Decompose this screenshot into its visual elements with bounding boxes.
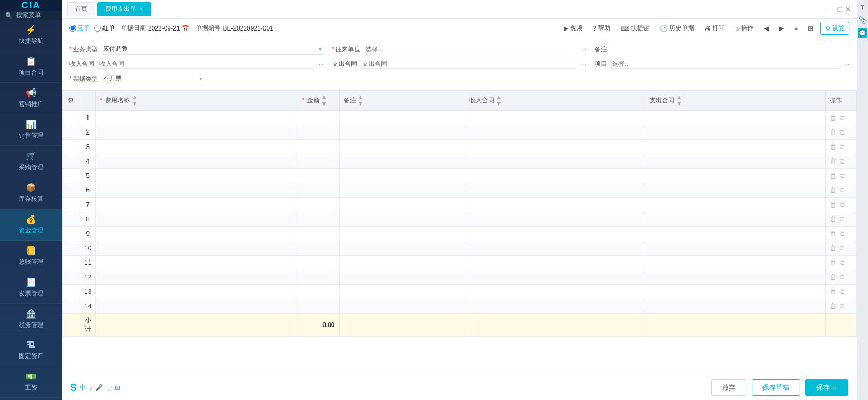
expense-contract-cell[interactable] xyxy=(645,169,825,183)
sidebar-item-capital-mgmt[interactable]: 💰资金管理 xyxy=(0,209,62,241)
settings-button[interactable]: ⚙ 设置 xyxy=(820,22,849,35)
expense-contract-cell[interactable] xyxy=(645,227,825,241)
copy-row-button[interactable]: ⧉ xyxy=(840,302,844,310)
list-view-button[interactable]: ≡ xyxy=(791,24,801,33)
search-menu[interactable]: 🔍 搜索菜单 xyxy=(0,11,62,20)
expense-name-cell[interactable] xyxy=(96,198,298,212)
expense-name-cell[interactable] xyxy=(96,169,298,183)
partner-more-icon[interactable]: ··· xyxy=(581,46,586,53)
copy-row-button[interactable]: ⧉ xyxy=(840,143,844,151)
expense-name-cell[interactable] xyxy=(96,125,298,140)
income-contract-cell[interactable] xyxy=(465,270,645,285)
video-button[interactable]: ▶ 视频 xyxy=(561,23,585,34)
amount-cell[interactable] xyxy=(298,227,339,241)
help-button[interactable]: ? 帮助 xyxy=(590,23,613,34)
expense-contract-cell[interactable] xyxy=(645,270,825,285)
ops-button[interactable]: ▷ 操作 xyxy=(732,23,757,34)
amount-cell[interactable] xyxy=(298,241,339,256)
calendar-icon[interactable]: 📅 xyxy=(182,25,189,32)
amount-cell[interactable] xyxy=(298,299,339,314)
sidebar-item-marketing[interactable]: 📢营销推广 xyxy=(0,83,62,114)
expense-name-cell[interactable] xyxy=(96,285,298,299)
expense-contract-input[interactable] xyxy=(360,59,577,69)
delete-row-button[interactable]: 🗑 xyxy=(830,244,836,252)
delete-row-button[interactable]: 🗑 xyxy=(830,143,836,151)
minimize-button[interactable]: — xyxy=(828,5,835,13)
amount-cell[interactable] xyxy=(298,125,339,140)
expense-contract-cell[interactable] xyxy=(645,154,825,169)
amount-cell[interactable] xyxy=(298,212,339,227)
copy-row-button[interactable]: ⧉ xyxy=(840,128,844,137)
shortcut-button[interactable]: ⌨ 快捷键 xyxy=(617,23,653,34)
sidebar-item-fixed-assets[interactable]: 🏗固定资产 xyxy=(0,335,62,366)
remark-cell[interactable] xyxy=(339,183,465,198)
sidebar-item-invoice-mgmt[interactable]: 🧾发票管理 xyxy=(0,272,62,304)
income-contract-cell[interactable] xyxy=(465,198,645,212)
delete-row-button[interactable]: 🗑 xyxy=(830,201,836,209)
sidebar-item-payroll[interactable]: 💵工资 xyxy=(0,366,62,398)
expense-contract-cell[interactable] xyxy=(645,241,825,256)
sidebar-item-tax-mgmt[interactable]: 🏦税务管理 xyxy=(0,304,62,335)
remark-cell[interactable] xyxy=(339,212,465,227)
expense-name-cell[interactable] xyxy=(96,183,298,198)
sidebar-item-project-contract[interactable]: 📋项目合同 xyxy=(0,51,62,83)
income-contract-cell[interactable] xyxy=(465,169,645,183)
delete-row-button[interactable]: 🗑 xyxy=(830,114,836,122)
copy-row-button[interactable]: ⧉ xyxy=(840,157,844,166)
income-contract-cell[interactable] xyxy=(465,241,645,256)
expense-contract-cell[interactable] xyxy=(645,140,825,154)
income-contract-cell[interactable] xyxy=(465,212,645,227)
expense-contract-cell[interactable] xyxy=(645,212,825,227)
income-contract-cell[interactable] xyxy=(465,256,645,270)
delete-row-button[interactable]: 🗑 xyxy=(830,157,836,165)
delete-row-button[interactable]: 🗑 xyxy=(830,128,836,136)
expense-contract-more-icon[interactable]: ··· xyxy=(581,61,586,68)
expense-name-cell[interactable] xyxy=(96,212,298,227)
amount-cell[interactable] xyxy=(298,270,339,285)
income-contract-cell[interactable] xyxy=(465,285,645,299)
income-contract-cell[interactable] xyxy=(465,299,645,314)
income-contract-cell[interactable] xyxy=(465,111,645,125)
expense-name-cell[interactable] xyxy=(96,241,298,256)
remark-cell[interactable] xyxy=(339,270,465,285)
delete-row-button[interactable]: 🗑 xyxy=(830,172,836,180)
remark-cell[interactable] xyxy=(339,154,465,169)
nav-prev-button[interactable]: ◀ xyxy=(761,24,772,33)
grid-view-button[interactable]: ⊞ xyxy=(805,24,816,33)
expense-name-cell[interactable] xyxy=(96,270,298,285)
copy-row-button[interactable]: ⧉ xyxy=(840,244,844,253)
remark-cell[interactable] xyxy=(339,140,465,154)
tab-home[interactable]: 首页 xyxy=(67,2,95,16)
sidebar-item-quick-nav[interactable]: ⚡快捷导航 xyxy=(0,20,62,51)
copy-row-button[interactable]: ⧉ xyxy=(840,172,844,180)
amount-cell[interactable] xyxy=(298,140,339,154)
business-type-select[interactable]: 应付调整 ▾ xyxy=(101,43,324,55)
copy-row-button[interactable]: ⧉ xyxy=(840,273,844,282)
nav-next-button[interactable]: ▶ xyxy=(776,24,787,33)
tab-close-expense-form[interactable]: ✕ xyxy=(139,6,143,12)
delete-row-button[interactable]: 🗑 xyxy=(830,259,836,266)
expense-contract-cell[interactable] xyxy=(645,125,825,140)
print-button[interactable]: 🖨 打印 xyxy=(701,23,728,34)
date-value[interactable]: 2022-09-21 xyxy=(148,25,180,32)
number-value[interactable]: BE-20220921-001 xyxy=(223,25,273,32)
delete-row-button[interactable]: 🗑 xyxy=(830,215,836,223)
amount-cell[interactable] xyxy=(298,256,339,270)
copy-row-button[interactable]: ⧉ xyxy=(840,288,844,296)
expense-contract-cell[interactable] xyxy=(645,111,825,125)
copy-row-button[interactable]: ⧉ xyxy=(840,230,844,238)
expense-name-cell[interactable] xyxy=(96,256,298,270)
remark-cell[interactable] xyxy=(339,169,465,183)
expense-contract-cell[interactable] xyxy=(645,299,825,314)
copy-row-button[interactable]: ⧉ xyxy=(840,215,844,224)
save-button[interactable]: 保存 ∧ xyxy=(805,379,848,396)
blue-order-radio[interactable]: 蓝单 xyxy=(69,24,90,33)
chat-icon[interactable]: 💬 xyxy=(858,28,867,38)
history-button[interactable]: 🕐 历史单据 xyxy=(657,23,697,34)
amount-cell[interactable] xyxy=(298,183,339,198)
attachment-icon[interactable]: 📎 xyxy=(858,16,867,24)
partner-input[interactable] xyxy=(363,45,576,54)
delete-row-button[interactable]: 🗑 xyxy=(830,186,836,194)
table-settings-icon[interactable]: ⚙ xyxy=(68,96,75,105)
ticket-type-select[interactable]: 不开票 ▾ xyxy=(101,73,204,84)
